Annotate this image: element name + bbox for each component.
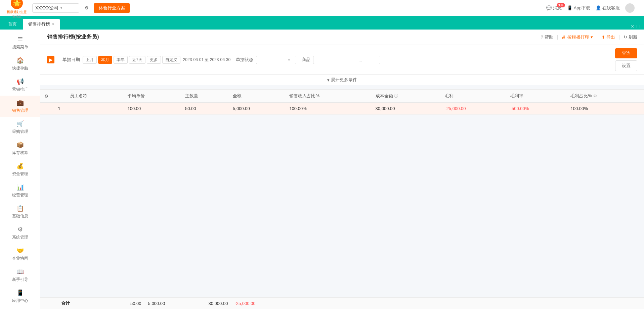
total-label: 合计 (44, 300, 70, 306)
sidebar-item-search-orders[interactable]: ☰ 搜索菜单 (0, 32, 40, 53)
col-cost-amount: 成本全额 ⓘ (372, 90, 441, 103)
settings-icon[interactable]: ⚙ (82, 3, 91, 13)
col-employee: 员工名称 (66, 90, 123, 103)
refresh-button[interactable]: ↻ 刷新 (624, 34, 637, 40)
col-settings-icon: ⚙ (44, 94, 48, 99)
print-button[interactable]: 🖨 按模板打印 ▾ (562, 34, 593, 40)
this-year-btn[interactable]: 本年 (114, 56, 128, 64)
date-to: 2023-06-30 (210, 57, 230, 62)
goods-filter-group: 商品 ... (302, 56, 380, 64)
col-settings[interactable]: ⚙ (40, 90, 52, 103)
custom-btn[interactable]: 自定义 (162, 56, 180, 64)
sidebar-item-purchase[interactable]: 🛒 采购管理 (0, 117, 40, 138)
sidebar-item-label: 采购管理 (12, 129, 28, 135)
window-maximize-icon[interactable]: □ (637, 23, 640, 30)
col-gross-profit: 毛利 (441, 90, 506, 103)
cost-info-icon[interactable]: ⓘ (394, 94, 398, 98)
expand-label: 展开更多条件 (331, 77, 357, 83)
table-container: ⚙ 员工名称 平均单价 主数量 全额 销售收入占比% 成本全额 ⓘ 毛利 毛利率 (40, 85, 644, 297)
operation-icon: 📊 (16, 184, 24, 191)
expand-more-btn[interactable]: ▾ 展开更多条件 (327, 77, 357, 83)
sidebar-item-guide[interactable]: 📖 新手引导 (0, 265, 40, 286)
row-main-qty: 50.00 (181, 103, 229, 115)
sidebar-item-marketing[interactable]: 📢 营销推广 (0, 74, 40, 96)
sidebar: ☰ 搜索菜单 🏠 快捷导航 📢 营销推广 💼 销售管理 🛒 采购管理 📦 库存核… (0, 30, 40, 309)
status-select[interactable]: ▾ (256, 56, 296, 64)
sidebar-item-label: 企业协同 (12, 256, 28, 261)
service-icon: 👤 (596, 5, 601, 10)
basic-info-icon: 📋 (16, 205, 24, 212)
row-cost-amount: 30,000.00 (372, 103, 441, 115)
sidebar-item-inventory[interactable]: 📦 库存核算 (0, 138, 40, 159)
sidebar-item-system[interactable]: ⚙ 系统管理 (0, 222, 40, 244)
refresh-label: 刷新 (629, 34, 637, 40)
expand-icon: ▾ (327, 78, 330, 83)
sidebar-item-finance[interactable]: 💰 资金管理 (0, 159, 40, 180)
sidebar-item-label: 销售管理 (12, 108, 28, 113)
sidebar-item-quick-nav[interactable]: 🏠 快捷导航 (0, 53, 40, 74)
refresh-icon: ↻ (624, 35, 627, 40)
col-avg-price: 平均单价 (123, 90, 181, 103)
goods-input[interactable]: ... (313, 56, 380, 64)
row-settings (40, 103, 52, 115)
top-bar: 🌟 畅康通好生意 标准版 XXXXX公司 ▾ ⚙ 体验行业方案 💬 消息 99+… (0, 0, 644, 16)
sidebar-item-basic-info[interactable]: 📋 基础信息 (0, 201, 40, 222)
total-amount: 5,000.00 (148, 301, 168, 306)
company-selector[interactable]: XXXXX公司 ▾ (32, 3, 79, 13)
enterprise-icon: 🤝 (16, 247, 24, 254)
filter-bar: ▶ 单据日期 上月 本月 本年 近7天 更多 自定义 2023-06-01 至 … (40, 45, 644, 75)
row-sales-pct: 100.00% (285, 103, 371, 115)
trial-button[interactable]: 体验行业方案 (94, 3, 130, 13)
row-rank: 1 (52, 103, 66, 115)
tab-sales-ranking[interactable]: 销售排行榜 × (23, 19, 60, 30)
export-label: 导出 (606, 34, 615, 40)
page-title: 销售排行榜(按业务员) (47, 34, 99, 41)
date-label: 单据日期 (62, 57, 80, 63)
window-close-icon[interactable]: × (631, 23, 634, 30)
row-gross-profit: -25,000.00 (441, 103, 506, 115)
sidebar-item-label: 经营管理 (12, 192, 28, 198)
sidebar-item-app-center[interactable]: 📱 应用中心 (0, 286, 40, 307)
gross-pct-icon[interactable]: ⚙ (593, 94, 597, 98)
help-button[interactable]: ? 帮助 (541, 34, 553, 40)
more-btn[interactable]: 更多 (147, 56, 161, 64)
service-label: 在线客服 (602, 5, 620, 11)
total-main-qty: 50.00 (130, 301, 141, 306)
nav-tab-actions: × □ (631, 23, 644, 30)
filter-collapse-btn[interactable]: ▶ (47, 56, 54, 63)
help-label: 帮助 (545, 34, 553, 40)
message-button[interactable]: 💬 消息 99+ (546, 5, 562, 11)
app-center-icon: 📱 (16, 289, 24, 297)
date-filter-group: 单据日期 上月 本月 本年 近7天 更多 自定义 2023-06-01 至 20… (62, 56, 230, 64)
logo-title: 畅康通好生意 (7, 10, 27, 14)
sidebar-item-label: 库存核算 (12, 150, 28, 156)
home-icon: 🏠 (16, 57, 24, 64)
avatar[interactable] (625, 3, 635, 13)
print-icon: 🖨 (562, 35, 566, 40)
sidebar-item-sales[interactable]: 💼 销售管理 (0, 96, 40, 117)
total-gross-profit: -25,000.00 (234, 301, 255, 306)
sidebar-item-wechat[interactable]: 💬 企业微信 (0, 307, 40, 309)
help-icon: ? (541, 35, 543, 40)
setup-button[interactable]: 设置 (615, 60, 637, 71)
last7-btn[interactable]: 近7天 (129, 56, 145, 64)
logo: 🌟 畅康通好生意 标准版 (4, 0, 30, 21)
prev-month-btn[interactable]: 上月 (83, 56, 97, 64)
query-button[interactable]: 查询 (615, 48, 637, 58)
tab-home[interactable]: 首页 (3, 19, 22, 30)
sidebar-item-enterprise[interactable]: 🤝 企业协同 (0, 244, 40, 265)
export-button[interactable]: ⬆ 导出 (601, 34, 615, 40)
col-rank (52, 90, 66, 103)
sidebar-item-label: 基础信息 (12, 213, 28, 219)
message-icon: 💬 (546, 5, 552, 10)
tab-close-icon[interactable]: × (52, 22, 54, 27)
col-sales-pct: 销售收入占比% (285, 90, 371, 103)
online-service-button[interactable]: 👤 在线客服 (596, 5, 620, 11)
app-download-button[interactable]: 📱 App下载 (567, 5, 590, 11)
this-month-btn[interactable]: 本月 (98, 56, 112, 64)
date-separator: 至 (205, 57, 210, 62)
sidebar-item-operation[interactable]: 📊 经营管理 (0, 180, 40, 201)
row-employee (66, 103, 123, 115)
status-chevron-icon: ▾ (288, 57, 290, 62)
page-actions: ? 帮助 🖨 按模板打印 ▾ ⬆ 导出 ↻ 刷新 (541, 34, 637, 40)
